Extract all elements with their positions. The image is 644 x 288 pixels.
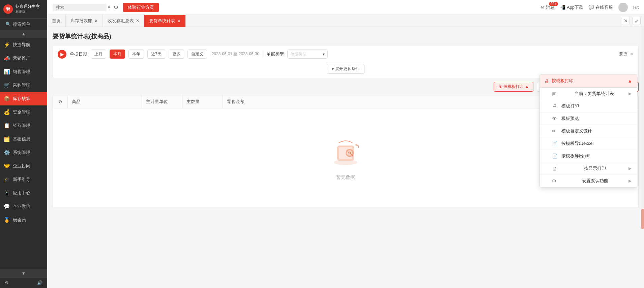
sidebar-scroll-down[interactable]: ▼ [0, 269, 47, 277]
sidebar-item-newbie[interactable]: 🎓 新手引导 [0, 173, 47, 186]
current-template-icon: ▣ [552, 91, 556, 96]
dropdown-export-excel[interactable]: 📄 按模板导出excel [540, 137, 637, 150]
sidebar-settings-icon[interactable]: ⚙ [5, 280, 9, 285]
header-search-input[interactable] [53, 4, 107, 11]
export-excel-icon: 📄 [552, 141, 558, 146]
date-btn-more[interactable]: 更多 [169, 50, 184, 59]
dropdown-display-print[interactable]: 🖨 按显示打印 ▶ [540, 162, 637, 175]
dropdown-print-icon: 🖨 [545, 78, 549, 84]
quick-nav-icon: ⚡ [3, 41, 10, 48]
sidebar-item-finance[interactable]: 💰 资金管理 [0, 105, 47, 119]
filter-expand-icon[interactable]: ▶ [58, 50, 66, 59]
page-scrollbar[interactable] [641, 27, 644, 229]
app-download-icon: 📲 [560, 5, 565, 10]
date-btn-7days[interactable]: 近7天 [147, 50, 165, 59]
sidebar-item-label: 快捷导航 [13, 42, 30, 48]
sidebar-item-label: 销售管理 [13, 69, 30, 75]
tab-home[interactable]: 首页 [47, 15, 66, 27]
filter-type-label: 单据类型 [266, 51, 284, 57]
sidebar-item-label: 畅会员 [13, 217, 26, 223]
dropdown-current-template[interactable]: ▣ 当前：要货单统计表 ▶ [540, 88, 637, 100]
operations-icon: 📋 [3, 122, 10, 129]
sidebar-item-label: 企业微信 [13, 203, 30, 210]
sidebar-item-system[interactable]: ⚙️ 系统管理 [0, 146, 47, 159]
sidebar-item-label: 基础信息 [13, 136, 30, 142]
tabs-maximize-button[interactable]: ⤢ [633, 17, 641, 25]
sales-icon: 📊 [3, 68, 10, 75]
filter-date-label: 单据日期 [70, 51, 87, 57]
default-func-icon: ⚙ [552, 178, 558, 184]
sidebar-item-marketing[interactable]: 📣 营销推广 [0, 52, 47, 65]
print-template-button[interactable]: 🖨 按模板打印 ▲ [494, 82, 533, 92]
display-print-icon: 🖨 [552, 166, 558, 171]
dropdown-template-design[interactable]: ✏ 模板自定义设计 [540, 125, 637, 137]
inventory-icon: 📦 [3, 95, 10, 102]
expand-icon: ▾ [332, 67, 334, 71]
main-content: ▾ ⚙ 体验行业方案 ✉ 消息 99+ 📲 App下载 💬 在线客服 Rit 首… [47, 0, 644, 288]
sidebar-item-wechat[interactable]: 💬 企业微信 [0, 200, 47, 213]
header-search-dropdown[interactable]: ▾ [108, 5, 110, 10]
sidebar-item-label: 库存核算 [13, 96, 30, 102]
filter-tag-close-icon[interactable]: ✕ [630, 52, 634, 57]
app-badge: 标准版 [16, 9, 40, 14]
print-chevron-up-icon: ▲ [525, 84, 529, 89]
sidebar-item-quick-nav[interactable]: ⚡ 快捷导航 [0, 38, 47, 52]
filter-divider [263, 51, 263, 58]
tab-order-stats[interactable]: 要货单统计表 ✕ [144, 15, 186, 27]
sidebar-item-sales[interactable]: 📊 销售管理 [0, 65, 47, 78]
sidebar-item-label: 应用中心 [13, 190, 30, 196]
sidebar-item-member[interactable]: 🏅 畅会员 [0, 213, 47, 227]
sidebar-item-operations[interactable]: 📋 经营管理 [0, 119, 47, 132]
date-range-text: 2023-06-01 至 2023-06-30 [212, 51, 259, 57]
tab-inventory-batch-close[interactable]: ✕ [94, 19, 98, 23]
header-settings-icon[interactable]: ⚙ [114, 4, 118, 10]
tab-receipt-summary[interactable]: 收发存汇总表 ✕ [103, 15, 144, 27]
tab-home-label: 首页 [52, 18, 61, 24]
app-logo[interactable]: 畅 畅康通好生意 标准版 [0, 0, 47, 19]
dropdown-template-print[interactable]: 🖨 模板打印 [540, 100, 637, 113]
page-scrollbar-thumb[interactable] [641, 209, 644, 229]
user-avatar[interactable] [618, 3, 628, 12]
tabs-right-controls: ✕ ⤢ [618, 17, 644, 25]
export-pdf-label: 按模板导出pdf [561, 153, 632, 159]
system-icon: ⚙️ [3, 149, 10, 156]
sidebar-item-label: 资金管理 [13, 109, 30, 115]
display-print-arrow-icon: ▶ [628, 166, 632, 171]
trial-button[interactable]: 体验行业方案 [123, 3, 159, 12]
print-label: 按模板打印 [503, 84, 524, 90]
sidebar-item-inventory[interactable]: 📦 库存核算 [0, 92, 47, 105]
tab-receipt-summary-close[interactable]: ✕ [136, 19, 139, 23]
sidebar-item-collab[interactable]: 🤝 企业协同 [0, 159, 47, 173]
messages-button[interactable]: ✉ 消息 99+ [541, 4, 555, 10]
template-design-label: 模板自定义设计 [561, 128, 632, 134]
date-btn-current-year[interactable]: 本年 [128, 50, 144, 59]
date-btn-current-month[interactable]: 本月 [110, 50, 125, 59]
dropdown-chevron-icon[interactable]: ▲ [627, 78, 632, 84]
date-btn-prev-month[interactable]: 上月 [91, 50, 106, 59]
dropdown-template-preview[interactable]: 👁 模板预览 [540, 113, 637, 125]
username-label[interactable]: Rit [633, 5, 639, 10]
date-btn-custom[interactable]: 自定义 [187, 50, 207, 59]
tab-order-stats-close[interactable]: ✕ [177, 19, 181, 23]
sidebar-item-label: 营销推广 [13, 55, 30, 61]
expand-more-button[interactable]: ▾ 展开更多条件 [327, 64, 364, 74]
sidebar-scroll-up[interactable]: ▲ [0, 30, 47, 38]
filter-type-select[interactable]: 单据类型 ▾ [287, 50, 328, 59]
app-download-button[interactable]: 📲 App下载 [560, 4, 583, 10]
tab-inventory-batch[interactable]: 库存批次账 ✕ [66, 15, 103, 27]
sidebar-item-basic[interactable]: 🗂️ 基础信息 [0, 132, 47, 146]
tabs-close-all-button[interactable]: ✕ [622, 17, 630, 25]
sidebar-item-appstore[interactable]: 📱 应用中心 [0, 186, 47, 200]
sidebar-item-purchase[interactable]: 🛒 采购管理 [0, 78, 47, 92]
th-qty: 主数量 [182, 95, 223, 108]
online-service-button[interactable]: 💬 在线客服 [589, 4, 613, 10]
dropdown-export-pdf[interactable]: 📄 按模板导出pdf [540, 150, 637, 162]
sidebar-speaker-icon[interactable]: 🔊 [37, 280, 42, 285]
filter-type-value: 单据类型 [290, 51, 306, 57]
th-settings[interactable]: ⚙ [53, 96, 68, 108]
default-func-label: 设置默认功能 [582, 178, 608, 184]
app-name: 畅康通好生意 [16, 4, 40, 9]
sidebar-search[interactable]: 🔍 搜索菜单 [0, 19, 47, 30]
dropdown-default-func[interactable]: ⚙ 设置默认功能 ▶ [540, 175, 637, 187]
dropdown-header-label: 按模板打印 [552, 78, 574, 84]
